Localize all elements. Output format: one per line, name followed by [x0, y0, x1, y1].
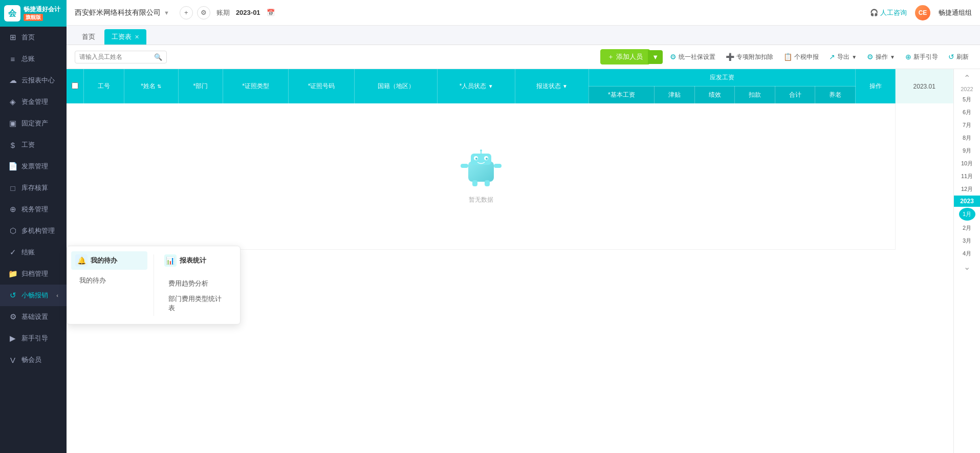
settle-icon: ✓: [8, 248, 17, 257]
tabbar: 首页 工资表 ✕: [67, 26, 980, 45]
sidebar-item-salary[interactable]: $ 工资: [0, 134, 67, 156]
timeline-month-12[interactable]: 12月: [954, 183, 980, 196]
social-action[interactable]: ⚙ 统一社保设置: [667, 51, 718, 63]
timeline-month-2[interactable]: 2月: [954, 222, 980, 234]
sort-icon[interactable]: ⇅: [157, 83, 161, 89]
guide-icon: ⊕: [905, 53, 911, 61]
invoice-icon: 📄: [8, 162, 17, 171]
sidebar-label: 小畅报销: [21, 291, 48, 300]
sidebar-item-settle[interactable]: ✓ 结账: [0, 242, 67, 263]
popup-col-stats: 📊 报表统计 费用趋势分析 部门费用类型统计表: [164, 254, 232, 316]
timeline-panel: ⌃ 2022 5月 6月 7月 8月 9月 10月 11月 12月 2023 1…: [953, 69, 980, 453]
svg-point-4: [475, 158, 477, 160]
sidebar-label: 归档管理: [21, 269, 48, 278]
refresh-action[interactable]: ↺ 刷新: [945, 51, 972, 63]
sidebar-item-assets[interactable]: ▣ 固定资产: [0, 113, 67, 134]
sidebar-item-invoice[interactable]: 📄 发票管理: [0, 156, 67, 177]
search-box: 🔍: [75, 51, 167, 63]
sidebar-item-home[interactable]: ⊞ 首页: [0, 27, 67, 48]
timeline-month-5[interactable]: 5月: [954, 93, 980, 106]
timeline-month-9[interactable]: 9月: [954, 144, 980, 157]
sidebar-label: 云报表中心: [21, 76, 55, 85]
sidebar-item-basic[interactable]: ⚙ 基础设置: [0, 306, 67, 328]
select-all-checkbox[interactable]: [72, 82, 78, 89]
sidebar-label: 总账: [21, 54, 35, 63]
timeline-month-6[interactable]: 6月: [954, 106, 980, 119]
sidebar-item-expense[interactable]: ↺ 小畅报销 ‹: [0, 285, 67, 306]
sidebar-item-ledger[interactable]: ≡ 总账: [0, 48, 67, 70]
support-button[interactable]: 🎧 人工咨询: [870, 8, 907, 17]
newguide-icon: ▶: [8, 334, 17, 343]
sidebar-item-tax[interactable]: ⊕ 税务管理: [0, 199, 67, 220]
tab-salary[interactable]: 工资表 ✕: [104, 29, 146, 45]
svg-rect-7: [494, 164, 502, 168]
add-person-dropdown-button[interactable]: ▼: [648, 50, 663, 64]
sidebar-item-archive[interactable]: 📁 归档管理: [0, 263, 67, 285]
svg-rect-6: [461, 164, 468, 168]
sidebar-item-multi[interactable]: ⬡ 多机构管理: [0, 220, 67, 242]
th-check: [67, 69, 84, 103]
calendar-icon[interactable]: 📅: [267, 9, 275, 16]
export-action[interactable]: ↗ 导出 ▼: [826, 51, 860, 63]
th-idno: *证照号码: [289, 69, 355, 103]
timeline-month-11[interactable]: 11月: [954, 170, 980, 183]
timeline-prev-year: 2022: [961, 85, 973, 93]
add-company-button[interactable]: +: [180, 6, 193, 19]
timeline-next-button[interactable]: ⌄: [964, 260, 970, 274]
home-icon: ⊞: [8, 33, 17, 42]
sidebar-item-cloud[interactable]: ☁ 云报表中心: [0, 70, 67, 91]
deduct-icon: ➕: [726, 53, 734, 61]
ledger-icon: ≡: [8, 55, 17, 63]
add-icon: ＋: [607, 52, 614, 61]
popup-col-todo-title: 🔔 我的待办: [71, 251, 147, 270]
settings-button[interactable]: ⚙: [197, 6, 210, 19]
sidebar-item-newguide[interactable]: ▶ 新手引导: [0, 328, 67, 349]
logo-icon: 会: [4, 5, 20, 21]
popup-item-dept-stats[interactable]: 部门费用类型统计表: [164, 291, 232, 316]
timeline-month-10[interactable]: 10月: [954, 157, 980, 170]
sidebar-label: 税务管理: [21, 205, 48, 214]
popup-divider: [154, 254, 154, 316]
tab-close-icon[interactable]: ✕: [135, 34, 139, 40]
timeline-prev-button[interactable]: ⌃: [964, 71, 970, 85]
timeline-month-1-active[interactable]: 1月: [959, 208, 975, 221]
topbar-actions: + ⚙: [180, 6, 210, 19]
sidebar-item-member[interactable]: V 畅会员: [0, 349, 67, 371]
popup-item-trend[interactable]: 费用趋势分析: [164, 276, 232, 291]
th-report: 报送状态 ▼: [515, 69, 589, 103]
filter-icon[interactable]: ▼: [488, 83, 493, 89]
guide-action[interactable]: ⊕ 新手引导: [902, 51, 941, 63]
deduct-action[interactable]: ➕ 专项附加扣除: [723, 51, 776, 63]
toolbar-right: ＋ 添加人员 ▼ ⚙ 统一社保设置 ➕ 专项附加扣除 📋 个税申报 ↗ 导出 ▼: [600, 49, 972, 64]
expense-popup-menu: 🔔 我的待办 我的待办 📊 报表统计 费用趋势分析 部门费用类型统计表: [67, 246, 241, 325]
add-person-button[interactable]: ＋ 添加人员: [600, 49, 650, 64]
svg-point-11: [480, 149, 482, 152]
toolbar: 🔍 ＋ 添加人员 ▼ ⚙ 统一社保设置 ➕ 专项附加扣除 📋 个税申报: [67, 45, 980, 69]
popup-col-stats-title: 📊 报表统计: [164, 254, 232, 270]
timeline-month-8[interactable]: 8月: [954, 132, 980, 144]
user-name[interactable]: 畅捷通组组: [939, 8, 972, 17]
timeline-month-7[interactable]: 7月: [954, 119, 980, 132]
refresh-icon: ↺: [948, 53, 954, 61]
operate-icon: ⚙: [867, 53, 874, 61]
search-icon[interactable]: 🔍: [154, 53, 162, 61]
sidebar-item-funds[interactable]: ◈ 资金管理: [0, 91, 67, 113]
topbar: 西安虾米网络科技有限公司 ▼ + ⚙ 账期 2023-01 📅 🎧 人工咨询 C…: [67, 0, 980, 26]
timeline-month-4[interactable]: 4月: [954, 247, 980, 260]
export-icon: ↗: [829, 53, 835, 61]
popup-item-todo[interactable]: 我的待办: [75, 273, 143, 288]
company-selector[interactable]: 西安虾米网络科技有限公司 ▼: [75, 8, 169, 17]
tax-action[interactable]: 📋 个税申报: [780, 51, 822, 63]
report-filter-icon[interactable]: ▼: [562, 83, 568, 89]
operate-action[interactable]: ⚙ 操作 ▼: [864, 51, 898, 63]
th-dept: *部门: [179, 69, 223, 103]
sidebar-item-inventory[interactable]: □ 库存核算: [0, 177, 67, 199]
topbar-right: 🎧 人工咨询 CE 畅捷通组组: [870, 5, 972, 20]
sidebar-label: 畅会员: [21, 355, 41, 364]
th-empno: 工号: [84, 69, 124, 103]
search-input[interactable]: [79, 53, 151, 60]
timeline-month-3[interactable]: 3月: [954, 234, 980, 247]
operate-chevron-icon: ▼: [890, 54, 895, 60]
tab-home[interactable]: 首页: [75, 29, 102, 45]
add-person-group: ＋ 添加人员 ▼: [600, 49, 663, 64]
